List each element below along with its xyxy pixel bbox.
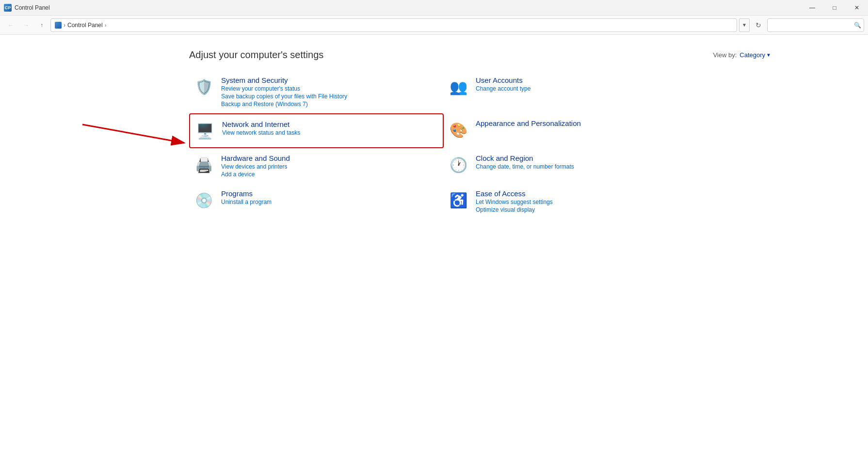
network-internet-link-1[interactable]: View network status and tasks — [222, 129, 300, 136]
programs-info: Programs Uninstall a program — [221, 189, 272, 205]
programs-icon: 💿 — [193, 189, 214, 211]
clock-region-title[interactable]: Clock and Region — [476, 154, 574, 162]
address-path[interactable]: › Adjust your computer's settings Contro… — [50, 18, 737, 32]
appearance-info: Appearance and Personalization — [476, 119, 581, 127]
page-heading: Adjust your computer's settings — [189, 49, 323, 61]
user-accounts-link-1[interactable]: Change account type — [476, 85, 530, 92]
viewby-value: Category — [739, 51, 765, 59]
clock-region-info: Clock and Region Change date, time, or n… — [476, 154, 574, 170]
ease-of-access-title[interactable]: Ease of Access — [476, 189, 553, 198]
maximize-button[interactable]: □ — [823, 0, 846, 16]
system-security-icon: 🛡️ — [193, 76, 214, 97]
search-wrapper: 🔍 — [767, 18, 864, 32]
user-accounts-icon: 👥 — [448, 76, 469, 97]
search-icon: 🔍 — [854, 22, 861, 29]
hardware-sound-link-1[interactable]: View devices and printers — [221, 163, 290, 170]
main-content: Adjust your computer's settings View by:… — [0, 35, 868, 451]
system-security-link-1[interactable]: Review your computer's status — [221, 85, 347, 92]
category-network-internet[interactable]: 🖥️ Network and Internet View network sta… — [189, 113, 444, 148]
refresh-button[interactable]: ↻ — [752, 18, 765, 32]
ease-of-access-info: Ease of Access Let Windows suggest setti… — [476, 189, 553, 213]
viewby-label: View by: — [713, 51, 737, 59]
system-security-link-3[interactable]: Backup and Restore (Windows 7) — [221, 101, 347, 108]
hardware-sound-icon: 🖨️ — [193, 154, 214, 175]
system-security-link-2[interactable]: Save backup copies of your files with Fi… — [221, 93, 347, 100]
clock-region-icon: 🕐 — [448, 154, 469, 175]
category-clock-region[interactable]: 🕐 Clock and Region Change date, time, or… — [444, 148, 698, 184]
network-internet-title[interactable]: Network and Internet — [222, 120, 300, 128]
programs-title[interactable]: Programs — [221, 189, 272, 198]
system-security-info: System and Security Review your computer… — [221, 76, 347, 108]
app-icon: CP — [4, 4, 12, 12]
breadcrumb-separator: › — [64, 22, 65, 29]
category-ease-of-access[interactable]: ♿ Ease of Access Let Windows suggest set… — [444, 184, 698, 219]
category-system-security[interactable]: 🛡️ System and Security Review your compu… — [189, 70, 444, 113]
viewby-dropdown[interactable]: Category ▼ — [739, 51, 771, 59]
category-hardware-sound[interactable]: 🖨️ Hardware and Sound View devices and p… — [189, 148, 444, 184]
view-by-control: View by: Category ▼ — [713, 51, 771, 59]
network-internet-info: Network and Internet View network status… — [222, 120, 300, 136]
ease-of-access-link-1[interactable]: Let Windows suggest settings — [476, 199, 553, 205]
hardware-sound-info: Hardware and Sound View devices and prin… — [221, 154, 290, 178]
network-internet-icon: 🖥️ — [194, 120, 215, 141]
hardware-sound-title[interactable]: Hardware and Sound — [221, 154, 290, 162]
minimize-button[interactable]: — — [801, 0, 823, 16]
page-header-row: Adjust your computer's settings View by:… — [0, 49, 868, 70]
ease-of-access-link-2[interactable]: Optimize visual display — [476, 206, 553, 213]
title-bar-left: CP Control Panel — [4, 4, 50, 12]
window-title: Control Panel — [15, 4, 50, 11]
category-programs[interactable]: 💿 Programs Uninstall a program — [189, 184, 444, 219]
user-accounts-title[interactable]: User Accounts — [476, 76, 530, 84]
hardware-sound-link-2[interactable]: Add a device — [221, 171, 290, 178]
forward-button[interactable]: → — [19, 18, 33, 32]
title-bar: CP Control Panel — □ ✕ — [0, 0, 868, 16]
category-user-accounts[interactable]: 👥 User Accounts Change account type — [444, 70, 698, 113]
system-security-title[interactable]: System and Security — [221, 76, 347, 84]
appearance-title[interactable]: Appearance and Personalization — [476, 119, 581, 127]
search-input[interactable] — [767, 18, 864, 32]
address-dropdown[interactable]: ▼ — [739, 18, 750, 32]
programs-link-1[interactable]: Uninstall a program — [221, 199, 272, 205]
path-icon — [55, 22, 62, 29]
appearance-icon: 🎨 — [448, 119, 469, 140]
address-bar: ← → ↑ › Adjust your computer's settings … — [0, 16, 868, 35]
breadcrumb-arrow: › — [105, 22, 107, 28]
user-accounts-info: User Accounts Change account type — [476, 76, 530, 92]
title-bar-buttons: — □ ✕ — [801, 0, 868, 16]
clock-region-link-1[interactable]: Change date, time, or number formats — [476, 163, 574, 170]
back-button[interactable]: ← — [4, 18, 17, 32]
breadcrumb-control-panel: Control Panel — [67, 22, 103, 29]
ease-of-access-icon: ♿ — [448, 189, 469, 211]
viewby-chevron-icon: ▼ — [766, 52, 771, 58]
categories-grid: 🛡️ System and Security Review your compu… — [0, 70, 868, 219]
close-button[interactable]: ✕ — [846, 0, 868, 16]
category-appearance[interactable]: 🎨 Appearance and Personalization — [444, 113, 698, 148]
up-button[interactable]: ↑ — [35, 18, 48, 32]
